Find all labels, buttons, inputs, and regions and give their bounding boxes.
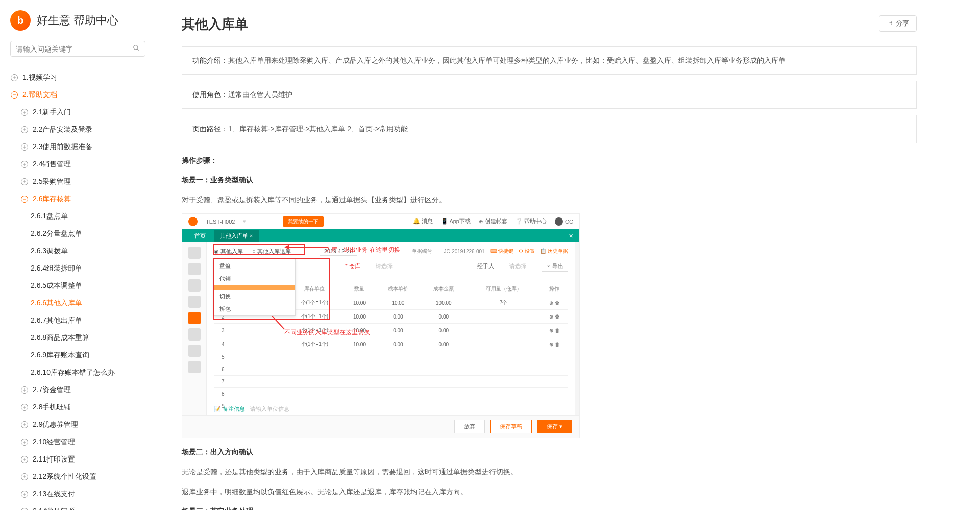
path-box: 页面路径：1、库存核算->库存管理->其他入库单 2、首页->常用功能 — [182, 115, 917, 143]
plus-icon — [20, 421, 29, 429]
minus-icon — [10, 91, 18, 99]
search-input[interactable] — [16, 45, 133, 53]
svg-point-0 — [134, 45, 138, 50]
embed-renew-button: 我要续的一下 — [283, 216, 324, 227]
nav-label: 2.6.9库存账本查询 — [31, 351, 89, 360]
embed-logo-icon — [188, 217, 198, 226]
role-box: 使用角色：通常由仓管人员维护 — [182, 81, 917, 109]
brand-logo: b — [10, 10, 31, 31]
nav-2-8[interactable]: 2.8手机旺铺 — [10, 399, 145, 416]
minus-icon — [20, 195, 29, 203]
plus-icon — [10, 74, 18, 82]
embed-note-row: 📝 备注信息 请输入单位信息 — [214, 405, 568, 413]
nav-label: 2.6.2分量盘点单 — [31, 229, 82, 238]
nav-label: 2.10经营管理 — [33, 438, 75, 447]
embed-mini-sidebar — [182, 242, 207, 415]
nav-2-12[interactable]: 2.12系统个性化设置 — [10, 468, 145, 485]
nav-2-6-8[interactable]: 2.6.8商品成本重算 — [10, 329, 145, 347]
page-title: 其他入库单 — [182, 15, 248, 33]
search-box[interactable] — [10, 41, 145, 57]
nav-label: 2.6.4组装拆卸单 — [31, 264, 82, 273]
embed-draft-button: 保存草稿 — [490, 420, 532, 433]
plus-icon — [20, 160, 29, 168]
nav-label: 2.13在线支付 — [33, 490, 75, 499]
embed-tab-home: 首页 — [188, 230, 212, 242]
scene2-text2: 退库业务中，明细数量均以负值红色展示。无论是入库还是退库，库存账均记在入库方向。 — [182, 485, 917, 499]
nav-label: 2.6.3调拨单 — [31, 247, 68, 256]
embed-env: TEST-H002 — [206, 218, 235, 225]
nav-2-1[interactable]: 2.1新手入门 — [10, 104, 145, 121]
nav-2-4[interactable]: 2.4销售管理 — [10, 156, 145, 173]
nav-2-6-4[interactable]: 2.6.4组装拆卸单 — [10, 260, 145, 277]
intro-box: 功能介绍：其他入库单用来处理除采购入库、产成品入库之外的其他入库业务，因此其他入… — [182, 46, 917, 75]
embed-avatar: CC — [555, 217, 573, 226]
share-icon — [887, 20, 893, 28]
nav-label: 2.9优惠券管理 — [33, 420, 78, 429]
steps-section: 操作步骤： 场景一：业务类型确认 对于受赠、盘盈或是拆装入库等不同的业务，是通过… — [182, 154, 917, 510]
share-button[interactable]: 分享 — [879, 15, 917, 32]
nav-label: 2.4销售管理 — [33, 160, 71, 169]
nav-2-6-2[interactable]: 2.6.2分量盘点单 — [10, 225, 145, 242]
nav-2-9[interactable]: 2.9优惠券管理 — [10, 416, 145, 433]
main-content: 其他入库单 分享 功能介绍：其他入库单用来处理除采购入库、产成品入库之外的其他入… — [156, 0, 942, 510]
nav-2-6-9[interactable]: 2.6.9库存账本查询 — [10, 347, 145, 364]
brand-title: 好生意 帮助中心 — [37, 13, 118, 28]
nav-label: 2.6.1盘点单 — [31, 212, 68, 221]
nav-label: 2.6.6其他入库单 — [31, 299, 82, 308]
embed-top-create: ⊕ 创建帐套 — [479, 217, 507, 225]
nav-2-6-3[interactable]: 2.6.3调拨单 — [10, 242, 145, 260]
plus-icon — [20, 108, 29, 116]
nav-2-10[interactable]: 2.10经营管理 — [10, 433, 145, 451]
plus-icon — [20, 126, 29, 134]
embed-save-button: 保存 ▾ — [537, 420, 572, 433]
embed-doc-no: 单据编号 JC-20191226-001 ⌨ 快捷键 ⚙ 设置 📋 历史单据 — [412, 245, 568, 258]
steps-label: 操作步骤： — [182, 154, 917, 167]
plus-icon — [20, 490, 29, 498]
plus-icon — [20, 507, 29, 510]
embed-topbar: TEST-H002 ▾ 我要续的一下 🔔 消息 📱 App下载 ⊕ 创建帐套 ❔… — [182, 214, 579, 229]
nav-label: 2.14常见问题 — [33, 507, 75, 510]
embed-tab-current: 其他入库单 × — [214, 230, 259, 242]
nav-label: 2.帮助文档 — [22, 90, 57, 100]
intro-label: 功能介绍： — [192, 56, 228, 64]
embed-bottom-bar: 放弃 保存草稿 保存 ▾ — [182, 415, 579, 438]
nav-label: 2.5采购管理 — [33, 177, 71, 186]
nav-2-6-1[interactable]: 2.6.1盘点单 — [10, 208, 145, 225]
nav-2-docs[interactable]: 2.帮助文档 — [10, 86, 145, 104]
path-text: 1、库存核算->库存管理->其他入库单 2、首页->常用功能 — [228, 125, 408, 133]
nav-label: 2.6.7其他出库单 — [31, 316, 82, 325]
nav-label: 2.6库存核算 — [33, 195, 71, 204]
red-annotation-box-1 — [213, 244, 305, 255]
nav-2-6-10[interactable]: 2.6.10库存账本错了怎么办 — [10, 364, 145, 381]
close-icon: ✕ — [569, 233, 573, 239]
embed-top-msg: 🔔 消息 — [413, 217, 433, 225]
nav-2-6-7[interactable]: 2.6.7其他出库单 — [10, 312, 145, 329]
nav-2-2[interactable]: 2.2产品安装及登录 — [10, 121, 145, 138]
role-label: 使用角色： — [192, 90, 228, 99]
plus-icon — [20, 438, 29, 446]
page-header: 其他入库单 分享 — [182, 15, 917, 33]
plus-icon — [20, 473, 29, 481]
sidebar: b 好生意 帮助中心 1.视频学习 2.帮助文档 2.1新手入门 2.2产品安装… — [0, 0, 156, 510]
share-label: 分享 — [896, 19, 909, 28]
nav-label: 2.7资金管理 — [33, 385, 71, 395]
nav-2-3[interactable]: 2.3使用前数据准备 — [10, 138, 145, 156]
nav-2-11[interactable]: 2.11打印设置 — [10, 451, 145, 468]
embed-dropdown: 盘盈 代销 切换 拆包 — [214, 259, 296, 316]
nav-2-14[interactable]: 2.14常见问题 — [10, 503, 145, 510]
nav-2-6-6[interactable]: 2.6.6其他入库单 — [10, 295, 145, 312]
nav-2-6-5[interactable]: 2.6.5成本调整单 — [10, 277, 145, 295]
nav-2-7[interactable]: 2.7资金管理 — [10, 381, 145, 399]
search-icon[interactable] — [133, 44, 140, 53]
nav-2-6[interactable]: 2.6库存核算 — [10, 190, 145, 208]
embed-top-help: ❔ 帮助中心 — [516, 217, 547, 225]
nav-label: 2.1新手入门 — [33, 108, 71, 117]
embed-tabs: 首页 其他入库单 × ✕ — [182, 229, 579, 242]
nav-2-5[interactable]: 2.5采购管理 — [10, 173, 145, 190]
embedded-screenshot: TEST-H002 ▾ 我要续的一下 🔔 消息 📱 App下载 ⊕ 创建帐套 ❔… — [182, 213, 580, 438]
nav-1-video[interactable]: 1.视频学习 — [10, 69, 145, 86]
nav-label: 2.12系统个性化设置 — [33, 472, 96, 481]
red-annotation-text-1: 入库、退出业务 在这里切换 — [325, 246, 400, 254]
nav-label: 2.6.8商品成本重算 — [31, 333, 89, 343]
nav-2-13[interactable]: 2.13在线支付 — [10, 485, 145, 503]
